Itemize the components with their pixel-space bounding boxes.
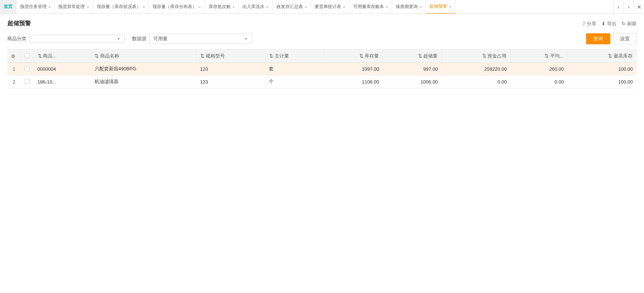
nav-tab-exception[interactable]: 拣货异常处理× xyxy=(55,0,93,14)
filter-row: 商品分类 ▼ 数据源 可用量 ▼ 查询 设置 xyxy=(7,33,637,44)
close-tab-icon[interactable]: × xyxy=(266,5,268,9)
row-stock-0: 1097.00 xyxy=(324,63,383,75)
row-spec-1: 123 xyxy=(196,75,265,88)
col-item-name[interactable]: ⇅ 商品名称 xyxy=(91,50,197,63)
row-checkbox-1[interactable] xyxy=(21,75,34,88)
nav-tab-available-ledger[interactable]: 可用量库存账本× xyxy=(350,0,392,14)
nav-prev-btn[interactable]: ‹ xyxy=(613,0,623,14)
close-tab-icon[interactable]: × xyxy=(48,5,51,9)
page-header: 超储预警 ⤴ 分享 ⬇ 导出 ↻ 刷新 xyxy=(7,20,637,27)
col-max-stock[interactable]: ⇅ 最高库存 xyxy=(567,50,636,63)
nav-tab-expiry[interactable]: 保质期查询× xyxy=(392,0,426,14)
row-avg-1: 0.00 xyxy=(511,75,568,88)
export-icon: ⬇ xyxy=(601,21,605,26)
share-btn[interactable]: ⤴ 分享 xyxy=(583,21,596,27)
refresh-icon: ↻ xyxy=(622,21,626,26)
datasource-value: 可用量 xyxy=(153,36,168,42)
nav-tab-summary[interactable]: 收发存汇总表× xyxy=(273,0,311,14)
row-overstock-0: 997.00 xyxy=(383,63,442,75)
nav-tab-batch-account[interactable]: 库存批次账× xyxy=(205,0,239,14)
nav-tab-inventory-dist[interactable]: 现存量（库存分布表）× xyxy=(149,0,205,14)
col-spec[interactable]: ⇅ 规格型号 xyxy=(196,50,265,63)
col-overstock[interactable]: ⇅ 超储量 xyxy=(383,50,442,63)
col-unit[interactable]: ⇅ 主计量 xyxy=(265,50,324,63)
nav-tab-flow[interactable]: 出入库流水× xyxy=(239,0,272,14)
close-tab-icon[interactable]: × xyxy=(449,4,451,9)
category-label: 商品分类 xyxy=(7,36,26,42)
row-overstock-1: 1006.00 xyxy=(383,75,442,88)
data-table: ⚙ ⇅ 商品... ⇅ 商品名称 ⇅ 规格型号 ⇅ xyxy=(7,49,637,88)
row-max-stock-0: 100.00 xyxy=(567,63,636,75)
row-cb[interactable] xyxy=(25,66,30,71)
nav-arrows: ‹ › ✕ xyxy=(613,0,644,14)
row-capital-1: 0.00 xyxy=(442,75,511,88)
header-checkbox[interactable] xyxy=(25,53,30,58)
table-row: 2 186-10... 机油滤清器 123 个 1106.00 1006.00 … xyxy=(7,75,637,88)
row-checkbox-0[interactable] xyxy=(21,63,34,75)
table-header-row: ⚙ ⇅ 商品... ⇅ 商品名称 ⇅ 规格型号 ⇅ xyxy=(7,50,637,63)
col-settings[interactable]: ⚙ xyxy=(7,50,21,63)
nav-tab-task-mgmt[interactable]: 拣货任务管理× xyxy=(17,0,55,14)
query-button[interactable]: 查询 xyxy=(586,33,610,44)
datasource-select[interactable]: 可用量 ▼ xyxy=(149,34,252,44)
col-checkbox[interactable] xyxy=(21,50,34,63)
close-tab-icon[interactable]: × xyxy=(143,5,145,9)
row-spec-0: 123 xyxy=(196,63,265,75)
settings-button[interactable]: 设置 xyxy=(613,33,637,44)
category-dropdown-icon: ▼ xyxy=(117,37,121,41)
close-tab-icon[interactable]: × xyxy=(305,5,307,9)
col-item-code[interactable]: ⇅ 商品... xyxy=(34,50,91,63)
row-avg-0: 260.00 xyxy=(511,63,568,75)
row-unit-0: 套 xyxy=(265,63,324,75)
share-icon: ⤴ xyxy=(583,21,585,26)
row-item-name-0: 六配套新昌490BPG xyxy=(91,63,197,75)
row-capital-0: 259220.00 xyxy=(442,63,511,75)
row-item-name-1: 机油滤清器 xyxy=(91,75,197,88)
export-btn[interactable]: ⬇ 导出 xyxy=(601,21,616,27)
row-item-code-0: 0000004 xyxy=(34,63,91,75)
category-filter: 商品分类 ▼ xyxy=(7,35,125,43)
close-tab-icon[interactable]: × xyxy=(87,5,89,9)
nav-tab-order-stats[interactable]: 要货单统计表× xyxy=(311,0,349,14)
row-unit-1: 个 xyxy=(265,75,324,88)
row-number-0: 1 xyxy=(7,63,21,75)
col-stock[interactable]: ⇅ 库存量 xyxy=(324,50,383,63)
page-container: 超储预警 ⤴ 分享 ⬇ 导出 ↻ 刷新 商品分类 ▼ 数据源 xyxy=(0,14,644,293)
refresh-btn[interactable]: ↻ 刷新 xyxy=(622,21,637,27)
close-tab-icon[interactable]: × xyxy=(198,5,201,9)
row-stock-1: 1106.00 xyxy=(324,75,383,88)
gear-icon: ⚙ xyxy=(11,53,15,59)
row-cb[interactable] xyxy=(25,79,30,84)
datasource-filter: 数据源 可用量 ▼ xyxy=(132,34,252,44)
close-tab-icon[interactable]: × xyxy=(386,5,388,9)
row-max-stock-1: 100.00 xyxy=(567,75,636,88)
row-item-code-1: 186-10... xyxy=(34,75,91,88)
nav-close-btn[interactable]: ✕ xyxy=(634,0,644,14)
filter-actions: 查询 设置 xyxy=(586,33,637,44)
datasource-dropdown-icon: ▼ xyxy=(244,37,248,41)
category-select[interactable]: ▼ xyxy=(29,35,125,43)
close-tab-icon[interactable]: × xyxy=(420,5,422,9)
col-capital[interactable]: ⇅ 资金占用 xyxy=(442,50,511,63)
header-actions: ⤴ 分享 ⬇ 导出 ↻ 刷新 xyxy=(583,21,637,27)
nav-tab-home[interactable]: 首页 xyxy=(0,0,17,14)
close-tab-icon[interactable]: × xyxy=(343,5,345,9)
page-title: 超储预警 xyxy=(7,20,31,27)
top-nav: 首页拣货任务管理×拣货异常处理×现存量（库存状况表）×现存量（库存分布表）×库存… xyxy=(0,0,644,14)
close-tab-icon[interactable]: × xyxy=(233,5,235,9)
datasource-label: 数据源 xyxy=(132,36,146,42)
row-number-1: 2 xyxy=(7,75,21,88)
table-row: 1 0000004 六配套新昌490BPG 123 套 1097.00 997.… xyxy=(7,63,637,75)
col-avg[interactable]: ⇅ 平均... xyxy=(511,50,568,63)
nav-next-btn[interactable]: › xyxy=(623,0,634,14)
nav-tab-inventory-status[interactable]: 现存量（库存状况表）× xyxy=(93,0,149,14)
nav-tab-overstock-warning[interactable]: 超储预警× xyxy=(426,0,455,14)
